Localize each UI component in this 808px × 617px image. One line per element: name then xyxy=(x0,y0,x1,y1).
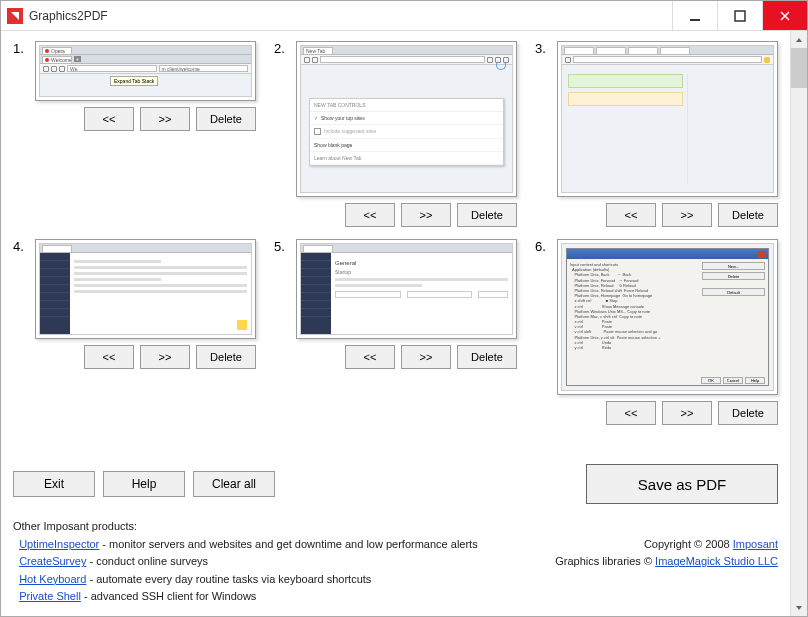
move-next-button[interactable]: >> xyxy=(662,203,712,227)
desc-uptimeinspector: - monitor servers and websites and get d… xyxy=(99,538,477,550)
footer-intro: Other Imposant products: xyxy=(13,518,778,536)
link-uptimeinspector[interactable]: UptimeInspector xyxy=(19,538,99,550)
exit-button[interactable]: Exit xyxy=(13,471,95,497)
slot-number: 2. xyxy=(274,41,290,56)
link-imposant[interactable]: Imposant xyxy=(733,538,778,550)
help-button[interactable]: Help xyxy=(103,471,185,497)
clear-all-button[interactable]: Clear all xyxy=(193,471,275,497)
thumbnail-2[interactable]: New Tab NEW TAB CONTROLS Show your top s… xyxy=(296,41,517,197)
delete-button[interactable]: Delete xyxy=(457,345,517,369)
slot-5: 5. General Startup xyxy=(274,239,517,369)
thumbnail-1[interactable]: Opera Welcome to Opera+ Wem client/welco… xyxy=(35,41,256,101)
link-hotkeyboard[interactable]: Hot Keyboard xyxy=(19,573,86,585)
app-window: Graphics2PDF 1. Opera Welcome to Opera+ xyxy=(0,0,808,617)
slot-number: 1. xyxy=(13,41,29,56)
slot-2: 2. New Tab NEW TAB CONTROLS Show your to… xyxy=(274,41,517,227)
app-icon xyxy=(7,8,23,24)
move-prev-button[interactable]: << xyxy=(606,203,656,227)
delete-button[interactable]: Delete xyxy=(718,203,778,227)
desc-createsurvey: - conduct online surveys xyxy=(86,555,208,567)
scroll-thumb[interactable] xyxy=(791,48,807,88)
move-next-button[interactable]: >> xyxy=(662,401,712,425)
slot-3: 3. xyxy=(535,41,778,227)
action-row: Exit Help Clear all Save as PDF xyxy=(13,464,778,504)
scroll-track[interactable] xyxy=(791,48,807,599)
vertical-scrollbar[interactable] xyxy=(790,31,807,616)
thumbnail-4[interactable] xyxy=(35,239,256,339)
thumbnail-3[interactable] xyxy=(557,41,778,197)
minimize-button[interactable] xyxy=(672,1,717,30)
footer: Other Imposant products: UptimeInspector… xyxy=(13,518,778,606)
copyright-text: Copyright © 2008 xyxy=(644,538,733,550)
thumbnail-grid: 1. Opera Welcome to Opera+ Wem client/we… xyxy=(13,41,778,425)
delete-button[interactable]: Delete xyxy=(457,203,517,227)
slot-number: 5. xyxy=(274,239,290,254)
slot-number: 6. xyxy=(535,239,551,254)
window-title: Graphics2PDF xyxy=(29,9,672,23)
delete-button[interactable]: Delete xyxy=(718,401,778,425)
move-next-button[interactable]: >> xyxy=(140,345,190,369)
slot-number: 4. xyxy=(13,239,29,254)
desc-hotkeyboard: - automate every day routine tasks via k… xyxy=(86,573,371,585)
delete-button[interactable]: Delete xyxy=(196,107,256,131)
svg-rect-0 xyxy=(690,19,700,21)
svg-rect-1 xyxy=(735,11,745,21)
move-prev-button[interactable]: << xyxy=(84,107,134,131)
slot-4: 4. << >> Delete xyxy=(13,239,256,369)
delete-button[interactable]: Delete xyxy=(196,345,256,369)
move-next-button[interactable]: >> xyxy=(401,345,451,369)
move-next-button[interactable]: >> xyxy=(401,203,451,227)
link-imagemagick[interactable]: ImageMagick Studio LLC xyxy=(655,555,778,567)
move-next-button[interactable]: >> xyxy=(140,107,190,131)
move-prev-button[interactable]: << xyxy=(606,401,656,425)
scroll-down-icon[interactable] xyxy=(791,599,807,616)
slot-number: 3. xyxy=(535,41,551,56)
thumbnail-6[interactable]: Input context and shortcuts Application … xyxy=(557,239,778,395)
maximize-button[interactable] xyxy=(717,1,762,30)
window-controls xyxy=(672,1,807,30)
link-privateshell[interactable]: Private Shell xyxy=(19,590,81,602)
move-prev-button[interactable]: << xyxy=(84,345,134,369)
desc-privateshell: - advanced SSH client for Windows xyxy=(81,590,256,602)
move-prev-button[interactable]: << xyxy=(345,345,395,369)
titlebar: Graphics2PDF xyxy=(1,1,807,31)
libs-text: Graphics libraries © xyxy=(555,555,655,567)
link-createsurvey[interactable]: CreateSurvey xyxy=(19,555,86,567)
close-button[interactable] xyxy=(762,1,807,30)
thumbnail-5[interactable]: General Startup xyxy=(296,239,517,339)
scroll-up-icon[interactable] xyxy=(791,31,807,48)
slot-6: 6. Input context and shortcuts Applicat xyxy=(535,239,778,425)
move-prev-button[interactable]: << xyxy=(345,203,395,227)
slot-1: 1. Opera Welcome to Opera+ Wem client/we… xyxy=(13,41,256,131)
save-as-pdf-button[interactable]: Save as PDF xyxy=(586,464,778,504)
